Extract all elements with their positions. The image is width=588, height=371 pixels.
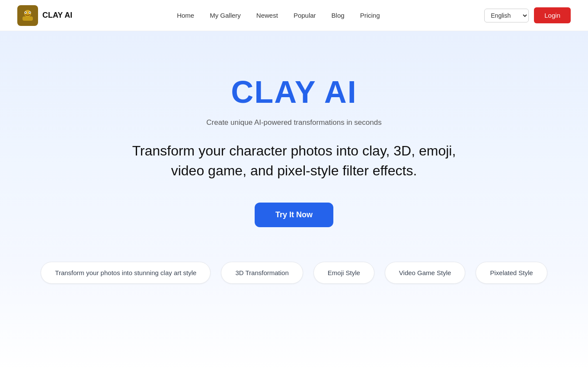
- try-it-now-button[interactable]: Try It Now: [255, 203, 333, 227]
- logo-svg: [19, 7, 36, 24]
- nav-home[interactable]: Home: [177, 12, 194, 19]
- logo-text: CLAY AI: [42, 11, 72, 20]
- hero-section: CLAY AI Create unique AI-powered transfo…: [0, 31, 588, 371]
- nav-my-gallery[interactable]: My Gallery: [210, 12, 241, 19]
- header: CLAY AI Home My Gallery Newest Popular B…: [0, 0, 588, 31]
- svg-point-6: [29, 12, 30, 13]
- logo-icon: [17, 5, 38, 26]
- svg-point-5: [25, 12, 26, 13]
- hero-title: CLAY AI: [231, 74, 357, 110]
- nav-newest[interactable]: Newest: [256, 12, 278, 19]
- style-pill-emoji[interactable]: Emoji Style: [313, 262, 374, 284]
- style-pill-pixelated[interactable]: Pixelated Style: [476, 262, 547, 284]
- logo[interactable]: CLAY AI: [17, 5, 72, 26]
- nav-pricing[interactable]: Pricing: [360, 12, 380, 19]
- style-pills-container: Transform your photos into stunning clay…: [23, 262, 564, 284]
- nav-popular[interactable]: Popular: [294, 12, 316, 19]
- hero-subtitle: Create unique AI-powered transformations…: [206, 118, 381, 127]
- login-button[interactable]: Login: [534, 7, 571, 23]
- style-pill-3d[interactable]: 3D Transformation: [221, 262, 303, 284]
- main-nav: Home My Gallery Newest Popular Blog Pric…: [177, 12, 380, 19]
- svg-rect-2: [22, 16, 33, 21]
- style-pill-video-game[interactable]: Video Game Style: [385, 262, 466, 284]
- header-right: English Spanish French German Chinese Ja…: [484, 7, 571, 23]
- style-pill-clay[interactable]: Transform your photos into stunning clay…: [41, 262, 211, 284]
- nav-blog[interactable]: Blog: [332, 12, 345, 19]
- language-selector[interactable]: English Spanish French German Chinese Ja…: [484, 9, 529, 22]
- hero-description: Transform your character photos into cla…: [130, 141, 458, 181]
